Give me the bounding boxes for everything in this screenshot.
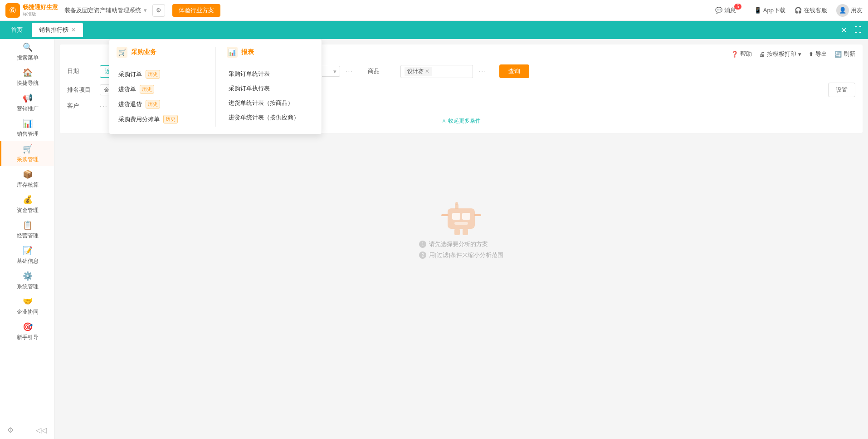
history-badge-1[interactable]: 历史 [140,85,154,94]
system-icon: ⚙️ [23,271,33,281]
dropdown-menu: 🛒 采购业务 采购订单 历史 进货单 历史 进货退货 历史 采购费用分摊单 [109,39,322,134]
history-badge-2[interactable]: 历史 [146,100,160,109]
toolbar-right: ❓ 帮助 🖨 按模板打印 ▾ ⬆ 导出 🔄 刷新 [731,50,855,58]
tabs-bar: 首页 销售排行榜 ✕ ✕ ⛶ [0,21,868,39]
app-download-item[interactable]: 📱 App下载 [754,6,785,15]
collapse-sidebar-icon[interactable]: ◁◁ [36,426,47,434]
svg-rect-3 [454,222,468,225]
tab-home[interactable]: 首页 [4,23,30,37]
dropdown-item-incoming-stat-goods[interactable]: 进货单统计表（按商品） [227,96,315,110]
print-icon: 🖨 [759,51,765,58]
print-chevron-icon: ▾ [798,51,801,58]
sidebar-item-system[interactable]: ⚙️ 系统管理 [0,268,54,293]
svg-rect-1 [452,213,460,220]
print-button[interactable]: 🖨 按模板打印 ▾ [759,50,801,58]
history-badge-3[interactable]: 历史 [163,115,178,123]
top-header: ⑥ 畅捷通好生意 标准版 装备及固定资产辅助管理系统 ▾ ⚙ 体验行业方案 💬 … [0,0,868,21]
settings-button[interactable]: 设置 [828,83,855,97]
history-badge-0[interactable]: 历史 [146,70,160,79]
tab-close-icon[interactable]: ✕ [71,27,76,33]
home-icon: 🏠 [23,68,33,78]
dropdown-purchase-title: 🛒 采购业务 [117,47,205,61]
maximize-icon[interactable]: ⛶ [852,24,864,36]
search-icon: 🔍 [23,42,33,52]
sidebar-item-marketing[interactable]: 📢 营销推广 [0,90,54,115]
collapse-up-icon: ∧ [442,118,446,124]
settings-gear-button[interactable]: ⚙ [152,4,165,17]
sidebar-item-funds[interactable]: 💰 资金管理 [0,192,54,217]
empty-hint-1: 1 请先选择要分析的方案 [419,240,503,248]
system-title-chevron-icon[interactable]: ▾ [144,7,147,14]
avatar: 👤 [836,4,849,17]
empty-hints: 1 请先选择要分析的方案 2 用[过滤]条件来缩小分析范围 [419,240,503,259]
tabs-bar-right: ✕ ⛶ [837,24,864,36]
user-item[interactable]: 👤 用友 [836,4,863,17]
dropdown-report-title: 📊 报表 [227,47,315,61]
logo-text: 畅捷通好生意 标准版 [23,4,58,17]
dropdown-item-incoming-stat-supplier[interactable]: 进货单统计表（按供应商） [227,110,315,125]
main-layout: 🔍 搜索菜单 🏠 快捷导航 📢 营销推广 📊 销售管理 🛒 采购管理 📦 库存核… [0,39,868,439]
guide-icon: 🎯 [23,322,33,332]
refresh-button[interactable]: 🔄 刷新 [834,50,855,58]
sidebar-item-inventory[interactable]: 📦 库存核算 [0,166,54,192]
headset-icon: 🎧 [795,7,802,14]
date-label: 日期 [67,67,94,75]
sidebar: 🔍 搜索菜单 🏠 快捷导航 📢 营销推广 📊 销售管理 🛒 采购管理 📦 库存核… [0,39,54,439]
dropdown-item-purchase-order-exec[interactable]: 采购订单执行表 [227,81,315,96]
goods-tag: 设计赛 ✕ [405,67,432,76]
marketing-icon: 📢 [23,93,33,103]
query-button[interactable]: 查询 [499,64,529,78]
voucher-status-more[interactable]: ··· [346,68,354,75]
svg-point-9 [455,202,458,205]
sidebar-bottom: ⚙ ◁◁ [0,421,54,439]
help-icon: ❓ [731,51,738,58]
goods-label: 商品 [368,67,395,75]
purchase-icon: 🛒 [23,144,33,154]
messages-item[interactable]: 💬 消息 5 [715,6,745,15]
close-window-icon[interactable]: ✕ [837,24,850,36]
purchase-col-icon: 🛒 [117,47,127,58]
funds-icon: 💰 [23,195,33,205]
sidebar-item-purchase[interactable]: 🛒 采购管理 [0,141,54,166]
empty-state-illustration [439,199,484,236]
settings-bottom-icon[interactable]: ⚙ [7,426,14,434]
dropdown-report-col: 📊 报表 采购订单统计表 采购订单执行表 进货单统计表（按商品） 进货单统计表（… [227,47,315,127]
header-right: 💬 消息 5 📱 App下载 🎧 在线客服 👤 用友 [715,4,863,17]
sidebar-item-guide[interactable]: 🎯 新手引导 [0,319,54,344]
refresh-icon: 🔄 [834,51,842,58]
rank-label: 排名项目 [67,86,94,94]
dropdown-divider [215,47,216,127]
goods-input[interactable]: 设计赛 ✕ [400,65,473,78]
industry-btn[interactable]: 体验行业方案 [172,4,220,17]
sidebar-item-basic[interactable]: 📝 基础信息 [0,242,54,268]
svg-rect-6 [454,229,460,235]
sidebar-item-search[interactable]: 🔍 搜索菜单 [0,39,54,64]
content-area: ❓ 帮助 🖨 按模板打印 ▾ ⬆ 导出 🔄 刷新 [54,39,868,439]
sidebar-item-sales[interactable]: 📊 销售管理 [0,115,54,141]
sales-icon: 📊 [23,118,33,128]
tab-sales-ranking[interactable]: 销售排行榜 ✕ [32,23,83,37]
empty-hint-2: 2 用[过滤]条件来缩小分析范围 [419,251,503,259]
logo-area: ⑥ 畅捷通好生意 标准版 [5,3,60,18]
online-service-item[interactable]: 🎧 在线客服 [795,6,827,15]
dropdown-purchase-col: 🛒 采购业务 采购订单 历史 进货单 历史 进货退货 历史 采购费用分摊单 [117,47,205,127]
messages-badge: 5 [734,4,741,10]
export-button[interactable]: ⬆ 导出 [809,50,827,58]
dropdown-item-purchase-order[interactable]: 采购订单 历史 [117,67,205,82]
dropdown-item-return[interactable]: 进货退货 历史 [117,97,205,112]
goods-tag-close-icon[interactable]: ✕ [425,68,429,74]
sidebar-item-operations[interactable]: 📋 经营管理 [0,217,54,242]
customer-more[interactable]: ··· [100,102,108,109]
help-button[interactable]: ❓ 帮助 [731,50,752,58]
enterprise-icon: 🤝 [23,296,33,306]
phone-icon: 📱 [754,7,761,14]
system-title-area: 装备及固定资产辅助管理系统 ▾ ⚙ 体验行业方案 [64,4,220,17]
dropdown-item-expense[interactable]: 采购费用分摊单 历史 [117,112,205,127]
inventory-icon: 📦 [23,169,33,179]
dropdown-item-purchase-order-stat[interactable]: 采购订单统计表 [227,67,315,81]
logo-icon: ⑥ [5,3,20,18]
dropdown-item-incoming[interactable]: 进货单 历史 [117,82,205,97]
goods-more[interactable]: ··· [478,68,487,75]
sidebar-item-quicknav[interactable]: 🏠 快捷导航 [0,64,54,90]
sidebar-item-enterprise[interactable]: 🤝 企业协同 [0,293,54,319]
